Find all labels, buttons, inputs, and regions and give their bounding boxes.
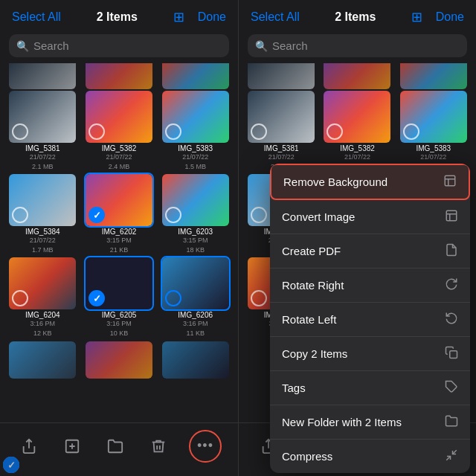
menu-item-label-pdf: Create PDF [282, 245, 341, 257]
menu-item-copy-2-items[interactable]: Copy 2 Items [270, 337, 470, 371]
img-cell[interactable] [83, 63, 156, 89]
img-thumb-6205 [86, 257, 152, 309]
more-button[interactable]: ••• [189, 430, 222, 463]
partial-grid-row [6, 63, 232, 89]
img-size-6204: 12 KB [33, 329, 52, 338]
right-img-meta-5383: 21/07/22 [420, 152, 446, 162]
select-circle-6206[interactable] [165, 290, 181, 306]
left-search-bar[interactable]: 🔍 Search [9, 34, 229, 57]
search-input[interactable]: Search [33, 39, 69, 52]
svg-rect-2 [446, 210, 457, 221]
img-cell-5381[interactable]: IMG_5381 21/07/22 2.1 MB [6, 91, 80, 171]
right-img-thumb-5382 [324, 91, 390, 143]
img-meta-5383: 21/07/22 [182, 152, 208, 162]
grid-row-2: IMG_5384 21/07/22 1.7 MB IMG_6202 3:15 P… [6, 174, 232, 254]
select-circle-6204[interactable] [12, 290, 28, 306]
trash-button[interactable] [146, 434, 171, 459]
right-select-circle-5383[interactable] [403, 123, 419, 140]
img-name-5381: IMG_5381 [25, 144, 60, 152]
img-cell-partial3[interactable] [158, 341, 232, 379]
menu-item-new-folder[interactable]: New Folder with 2 Items [270, 405, 470, 440]
right-select-all-button[interactable]: Select All [251, 10, 300, 24]
select-circle-5381[interactable] [12, 123, 28, 140]
new-folder-icon [445, 414, 458, 430]
right-img-thumb-partial2 [324, 63, 390, 89]
menu-item-create-pdf[interactable]: Create PDF [270, 234, 470, 268]
svg-rect-3 [450, 351, 457, 358]
img-name-6203: IMG_6203 [178, 228, 213, 236]
right-select-circle-5384[interactable] [251, 207, 267, 223]
img-meta-5381: 21/07/22 [30, 152, 56, 162]
left-image-grid: IMG_5381 21/07/22 2.1 MB IMG_5382 21/07/… [0, 63, 238, 422]
img-thumb-partial2 [86, 341, 152, 379]
right-img-cell-5381[interactable]: IMG_5381 21/07/22 2.1 MB [245, 91, 318, 171]
header-right: ⊞ Done [173, 9, 226, 25]
right-img-thumb-5381 [248, 91, 315, 143]
rotate-right-icon [445, 277, 458, 293]
share-button[interactable] [16, 434, 42, 459]
img-meta-6202: 3:15 PM [106, 236, 132, 245]
img-size-6203: 18 KB [186, 245, 205, 255]
right-img-cell-5382[interactable]: IMG_5382 21/07/22 2.4 MB [321, 91, 393, 171]
svg-line-5 [446, 457, 450, 460]
img-size-5384: 1.7 MB [32, 245, 54, 255]
left-bottom-toolbar: ••• [0, 422, 238, 476]
img-cell-partial[interactable] [6, 341, 80, 379]
img-size-6202: 21 KB [110, 245, 129, 255]
select-circle-6205[interactable] [89, 290, 105, 306]
img-cell-6203[interactable]: IMG_6203 3:15 PM 18 KB [158, 174, 232, 254]
img-cell-5383[interactable]: IMG_5383 21/07/22 1.5 MB [158, 91, 232, 171]
right-select-circle-6204[interactable] [251, 290, 267, 306]
right-done-button[interactable]: Done [436, 10, 464, 24]
right-img-partial-1 [245, 63, 318, 89]
right-img-name-5382: IMG_5382 [340, 144, 375, 152]
menu-item-rotate-right[interactable]: Rotate Right [270, 268, 470, 303]
img-size-5383: 1.5 MB [184, 162, 206, 172]
img-cell-5382[interactable]: IMG_5382 21/07/22 2.4 MB [83, 91, 156, 171]
img-cell-6202[interactable]: IMG_6202 3:15 PM 21 KB [83, 174, 156, 254]
img-cell-6204[interactable]: IMG_6204 3:16 PM 12 KB [6, 257, 80, 338]
right-search-icon: 🔍 [255, 40, 268, 52]
add-button[interactable] [60, 434, 85, 459]
select-circle-5382[interactable] [89, 123, 105, 140]
img-meta-6205: 3:16 PM [106, 319, 132, 329]
img-cell-6205[interactable]: IMG_6205 3:16 PM 10 KB [83, 257, 156, 338]
menu-item-label-rotate-right: Rotate Right [282, 279, 344, 292]
menu-item-convert-image[interactable]: Convert Image [270, 200, 470, 234]
right-select-circle-5382[interactable] [327, 123, 343, 140]
menu-item-tags[interactable]: Tags [270, 371, 470, 405]
menu-item-label-convert: Convert Image [282, 210, 355, 223]
done-button[interactable]: Done [198, 10, 226, 24]
right-select-circle-5381[interactable] [251, 123, 267, 140]
select-circle-5383[interactable] [165, 123, 181, 140]
img-name-5382: IMG_5382 [102, 144, 137, 152]
img-cell-5384[interactable]: IMG_5384 21/07/22 1.7 MB [6, 174, 80, 254]
select-circle-5384[interactable] [12, 207, 28, 223]
right-grid-icon[interactable]: ⊞ [411, 9, 422, 25]
right-img-thumb-partial [248, 63, 315, 89]
select-all-button[interactable]: Select All [12, 10, 61, 24]
img-cell-6206[interactable]: IMG_6206 3:16 PM 11 KB [158, 257, 232, 338]
copy-icon [445, 346, 458, 361]
img-meta-5384: 21/07/22 [30, 236, 56, 245]
grid-icon[interactable]: ⊞ [173, 9, 184, 25]
right-img-cell-5383[interactable]: IMG_5383 21/07/22 1.5 MB [397, 91, 470, 171]
folder-button[interactable] [103, 434, 128, 459]
left-header: Select All 2 Items ⊞ Done [0, 0, 238, 31]
img-cell-partial2[interactable] [83, 341, 156, 379]
menu-item-rotate-left[interactable]: Rotate Left [270, 303, 470, 337]
right-search-input[interactable]: Search [272, 39, 308, 52]
img-meta-6203: 3:15 PM [183, 236, 208, 245]
context-menu: Remove Background Convert Image Create P… [270, 164, 470, 473]
menu-item-label-tags: Tags [282, 382, 306, 394]
right-search-bar[interactable]: 🔍 Search [248, 34, 467, 57]
select-circle-6202[interactable] [89, 207, 105, 223]
menu-item-compress[interactable]: Compress [270, 440, 470, 473]
select-circle-6203[interactable] [165, 207, 181, 223]
right-img-thumb-5383 [400, 91, 467, 143]
menu-item-remove-background[interactable]: Remove Background [270, 164, 470, 200]
img-cell[interactable] [158, 63, 232, 89]
left-panel: Select All 2 Items ⊞ Done 🔍 Search [0, 0, 238, 476]
img-cell[interactable] [6, 63, 80, 89]
img-name-6204: IMG_6204 [25, 311, 60, 319]
